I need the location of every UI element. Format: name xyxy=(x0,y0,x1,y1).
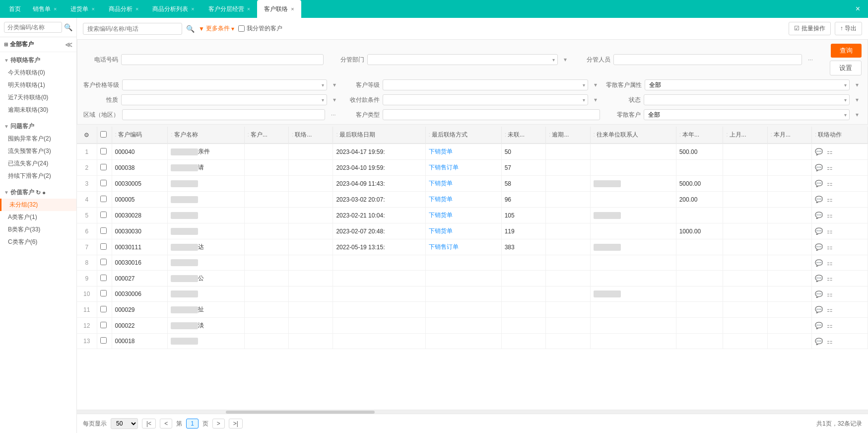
contact-action-icon[interactable]: 💬 xyxy=(815,322,823,329)
more-action-icon[interactable]: ⚏ xyxy=(827,180,833,187)
sidebar-item-hoarding[interactable]: 囤购异常客户(2) xyxy=(0,133,76,145)
reset-button[interactable]: 设置 xyxy=(830,61,862,75)
sidebar-item-ungrouped[interactable]: 未分组(32) xyxy=(0,199,76,211)
price-grade-select[interactable] xyxy=(122,79,327,90)
row-action[interactable]: 💬⚏ xyxy=(812,144,868,160)
contact-action-icon[interactable]: 💬 xyxy=(815,164,823,171)
last-method-link[interactable]: 下销货单 xyxy=(429,180,453,187)
first-page-button[interactable]: |< xyxy=(142,419,156,429)
sidebar-group-pending-title[interactable]: ▼ 待联络客户 xyxy=(0,54,76,67)
manager-dots[interactable]: ··· xyxy=(805,55,816,65)
row-select-checkbox[interactable] xyxy=(100,290,107,296)
export-button[interactable]: ↑ 导出 xyxy=(835,22,862,35)
contact-action-icon[interactable]: 💬 xyxy=(815,290,823,298)
status-select[interactable] xyxy=(644,94,850,105)
last-method-link[interactable]: 下销货单 xyxy=(429,148,453,155)
more-action-icon[interactable]: ⚏ xyxy=(827,338,833,345)
row-checkbox[interactable] xyxy=(97,302,112,318)
more-action-icon[interactable]: ⚏ xyxy=(827,164,833,171)
contact-action-icon[interactable]: 💬 xyxy=(815,338,823,345)
row-action[interactable]: 💬⚏ xyxy=(812,192,868,208)
per-page-select[interactable]: 50 100 200 xyxy=(111,418,138,429)
filter-search-button[interactable]: 🔍 xyxy=(186,25,195,33)
horizontal-scrollbar[interactable] xyxy=(77,410,868,414)
row-checkbox[interactable] xyxy=(97,287,112,302)
row-last-method[interactable] xyxy=(425,318,501,334)
tab-goods-analysis-list[interactable]: 商品分析列表 × xyxy=(145,0,201,18)
row-select-checkbox[interactable] xyxy=(100,164,107,170)
row-checkbox[interactable] xyxy=(97,160,112,176)
my-customers-checkbox[interactable] xyxy=(238,25,245,32)
sidebar-search-input[interactable] xyxy=(4,22,62,33)
more-action-icon[interactable]: ⚏ xyxy=(827,148,833,155)
row-last-method[interactable]: 下销货单 xyxy=(425,223,501,239)
row-action[interactable]: 💬⚏ xyxy=(812,160,868,176)
row-action[interactable]: 💬⚏ xyxy=(812,334,868,349)
more-action-icon[interactable]: ⚏ xyxy=(827,275,833,282)
customer-tier-tab-close[interactable]: × xyxy=(247,6,250,12)
row-action[interactable]: 💬⚏ xyxy=(812,223,868,239)
row-last-method[interactable]: 下销售订单 xyxy=(425,160,501,176)
batch-operations-button[interactable]: ☑ 批量操作 xyxy=(789,22,830,35)
contact-action-icon[interactable]: 💬 xyxy=(815,275,823,282)
sidebar-item-declining[interactable]: 持续下滑客户(2) xyxy=(0,170,76,182)
retail-attr-select[interactable]: 全部 xyxy=(645,79,850,90)
more-conditions-button[interactable]: ▼ 更多条件 ▾ xyxy=(199,24,234,33)
prev-page-button[interactable]: < xyxy=(160,419,172,429)
customer-grade-select[interactable] xyxy=(383,79,589,90)
row-checkbox[interactable] xyxy=(97,255,112,271)
tab-customer-contact[interactable]: 客户联络 × xyxy=(257,0,301,18)
contact-action-icon[interactable]: 💬 xyxy=(815,196,823,203)
row-select-checkbox[interactable] xyxy=(100,259,107,265)
row-action[interactable]: 💬⚏ xyxy=(812,271,868,287)
row-last-method[interactable] xyxy=(425,287,501,302)
row-select-checkbox[interactable] xyxy=(100,227,107,234)
row-last-method[interactable]: 下销货单 xyxy=(425,192,501,208)
payment-select[interactable] xyxy=(383,94,589,105)
sidebar-group-problem-title[interactable]: ▼ 问题客户 xyxy=(0,120,76,133)
region-dots[interactable]: ··· xyxy=(328,110,339,120)
sidebar-item-overdue-no-contact[interactable]: 逾期未联络(30) xyxy=(0,104,76,116)
sidebar-item-churn-warning[interactable]: 流失预警客户(3) xyxy=(0,145,76,157)
sidebar-item-churned[interactable]: 已流失客户(24) xyxy=(0,157,76,170)
sidebar-item-class-c[interactable]: C类客户(6) xyxy=(0,236,76,248)
phone-input[interactable] xyxy=(121,54,324,65)
row-select-checkbox[interactable] xyxy=(100,180,107,186)
last-page-button[interactable]: >| xyxy=(229,419,243,429)
contact-action-icon[interactable]: 💬 xyxy=(815,306,823,313)
search-input[interactable] xyxy=(83,23,182,35)
row-checkbox[interactable] xyxy=(97,239,112,255)
sidebar-collapse-icon[interactable]: ≪ xyxy=(65,41,72,49)
row-action[interactable]: 💬⚏ xyxy=(812,255,868,271)
sales-tab-close[interactable]: × xyxy=(54,6,57,12)
row-select-checkbox[interactable] xyxy=(100,306,107,312)
last-method-link[interactable]: 下销货单 xyxy=(429,196,453,203)
sidebar-item-class-a[interactable]: A类客户(1) xyxy=(0,211,76,223)
more-action-icon[interactable]: ⚏ xyxy=(827,196,833,203)
row-action[interactable]: 💬⚏ xyxy=(812,318,868,334)
goods-analysis-tab-close[interactable]: × xyxy=(135,6,138,12)
query-button[interactable]: 查询 xyxy=(831,44,862,58)
purchase-tab-close[interactable]: × xyxy=(91,6,94,12)
sidebar-search-icon[interactable]: 🔍 xyxy=(64,23,72,31)
more-action-icon[interactable]: ⚏ xyxy=(827,227,833,235)
more-action-icon[interactable]: ⚏ xyxy=(827,322,833,329)
row-select-checkbox[interactable] xyxy=(100,322,107,328)
last-method-link[interactable]: 下销货单 xyxy=(429,212,453,218)
tab-customer-tier[interactable]: 客户分层经营 × xyxy=(201,0,257,18)
row-action[interactable]: 💬⚏ xyxy=(812,176,868,192)
row-last-method[interactable] xyxy=(425,271,501,287)
contact-action-icon[interactable]: 💬 xyxy=(815,148,823,155)
row-select-checkbox[interactable] xyxy=(100,148,107,154)
row-last-method[interactable] xyxy=(425,255,501,271)
contact-action-icon[interactable]: 💬 xyxy=(815,180,823,187)
goods-analysis-list-tab-close[interactable]: × xyxy=(191,6,194,12)
row-checkbox[interactable] xyxy=(97,208,112,223)
th-settings[interactable]: ⚙ xyxy=(77,127,97,144)
row-last-method[interactable] xyxy=(425,334,501,349)
last-method-link[interactable]: 下销售订单 xyxy=(429,164,459,171)
row-checkbox[interactable] xyxy=(97,318,112,334)
last-method-link[interactable]: 下销货单 xyxy=(429,227,453,234)
contact-action-icon[interactable]: 💬 xyxy=(815,227,823,235)
tab-purchase[interactable]: 进货单 × xyxy=(64,0,101,18)
